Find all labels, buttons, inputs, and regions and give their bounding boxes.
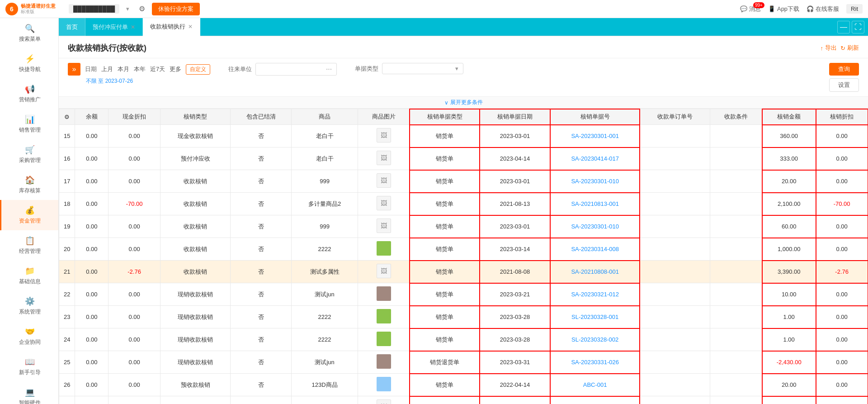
cell-cash-discount: -70.00 [108, 193, 160, 215]
tab-actions: — ⛶ [837, 21, 868, 33]
cell-writeoff-voucher-no[interactable]: SA-20230301-010 [550, 215, 640, 238]
industry-btn[interactable]: 休验行业方案 [152, 3, 200, 15]
cell-writeoff-voucher-no[interactable]: SA-20230314-008 [550, 238, 640, 261]
online-service-btn[interactable]: 🎧 在线客服 [807, 5, 839, 13]
cell-receipt-condition [710, 306, 762, 328]
voucher-no-link[interactable]: ABC-001 [583, 381, 607, 388]
cell-writeoff-voucher-no[interactable]: SA-20230321-012 [550, 283, 640, 306]
tab-writeoff[interactable]: 收款核销执行 ✕ [143, 18, 200, 36]
sidebar-label-11: 新手引导 [19, 369, 41, 376]
table-row: 15 0.00 0.00 现金收款核销 否 老白干 销货单 2023-03-01… [59, 125, 868, 147]
cell-writeoff-voucher-no[interactable]: ABC-001 [550, 374, 640, 396]
sidebar-item-1[interactable]: ⚡快捷导航 [0, 48, 58, 79]
cell-writeoff-discount: -70.00 [816, 193, 868, 215]
cell-writeoff-voucher-no[interactable]: SA-20210808-001 [550, 261, 640, 283]
refresh-btn[interactable]: ↻ 刷新 [840, 44, 859, 52]
cell-writeoff-voucher-no[interactable]: SA-20230301-010 [550, 170, 640, 193]
voucher-no-link[interactable]: SL-20230328-001 [571, 314, 618, 320]
cell-receipt-condition [710, 147, 762, 170]
date-custom-btn[interactable]: 自定义 [186, 64, 210, 75]
sidebar-item-11[interactable]: 📖新手引导 [0, 352, 58, 382]
date-prev-month[interactable]: 上月 [101, 65, 113, 73]
voucher-no-link[interactable]: SA-20210808-001 [571, 268, 619, 275]
cell-goods-image [358, 374, 410, 396]
col-goods: 商品 [292, 109, 358, 125]
cell-writeoff-type: 现销收款核销 [160, 351, 230, 374]
sidebar-item-7[interactable]: 📋经营管理 [0, 230, 58, 261]
cell-writeoff-voucher-no[interactable]: SL-20230328-001 [550, 306, 640, 328]
date-more[interactable]: 更多 [170, 65, 181, 73]
sidebar-item-5[interactable]: 🏠库存核算 [0, 170, 58, 200]
tab-maximize-btn[interactable]: ⛶ [852, 21, 864, 33]
sidebar-label-12: 智能硬件 [19, 399, 41, 404]
filter-settings-btn[interactable]: 设置 [829, 78, 859, 92]
cell-writeoff-voucher-type: 销货单 [410, 193, 480, 215]
logo-icon: 6 [5, 3, 18, 15]
company-dropdown-icon[interactable]: ▾ [123, 5, 132, 14]
cell-writeoff-voucher-no[interactable]: SL-20230328-002 [550, 328, 640, 351]
tab-writeoff-close[interactable]: ✕ [188, 24, 193, 30]
sidebar-item-10[interactable]: 🤝企业协同 [0, 321, 58, 352]
export-btn[interactable]: ↑ 导出 [821, 44, 837, 52]
sidebar-label-10: 企业协同 [19, 338, 41, 346]
tab-prepay[interactable]: 预付冲应付单 ✕ [85, 18, 143, 36]
sidebar-item-6[interactable]: 💰资金管理 [0, 200, 58, 230]
cell-no: 15 [59, 125, 75, 147]
sidebar-item-2[interactable]: 📢营销推广 [0, 79, 58, 109]
voucher-no-link[interactable]: SA-20230414-017 [571, 155, 619, 162]
company-name[interactable]: ██████████ [69, 4, 119, 14]
sidebar-item-8[interactable]: 📁基础信息 [0, 261, 58, 291]
tab-minimize-btn[interactable]: — [837, 21, 850, 33]
voucher-no-link[interactable]: SA-20230301-001 [571, 133, 619, 139]
voucher-no-link[interactable]: SA-20230314-008 [571, 246, 619, 252]
sidebar-item-3[interactable]: 📊销售管理 [0, 109, 58, 139]
voucher-no-link[interactable]: SA-20230321-012 [571, 291, 619, 298]
expand-btn[interactable]: ∨ 展开更多条件 [444, 99, 483, 106]
table-row: 24 0.00 0.00 现销收款核销 否 2222 销货单 2023-03-2… [59, 328, 868, 351]
cell-writeoff-voucher-date: 2021-08-13 [480, 193, 550, 215]
sidebar-item-0[interactable]: 🔍搜索菜单 [0, 18, 58, 48]
date-7days[interactable]: 近7天 [150, 65, 165, 73]
cell-writeoff-voucher-no[interactable]: SA-20210813-001 [550, 193, 640, 215]
cell-goods: 测试jun [292, 283, 358, 306]
sidebar-item-4[interactable]: 🛒采购管理 [0, 139, 58, 170]
goods-image [377, 332, 391, 346]
voucher-no-link[interactable]: SL-20230328-002 [571, 336, 618, 343]
voucher-no-link[interactable]: SA-20210813-001 [571, 200, 619, 207]
goods-image [377, 354, 391, 369]
cell-balance: 0.00 [75, 283, 108, 306]
cell-writeoff-voucher-no[interactable]: SA-20230301-001 [550, 125, 640, 147]
col-settings[interactable]: ⚙ [59, 109, 75, 125]
voucher-no-link[interactable]: SA-20230301-010 [571, 223, 619, 230]
sidebar-item-12[interactable]: 💻智能硬件 [0, 382, 58, 404]
cell-writeoff-amount: 1,000.00 [762, 238, 816, 261]
voucher-type-select[interactable]: ▾ [382, 63, 463, 74]
user-name[interactable]: Rit [846, 4, 863, 14]
partner-input[interactable]: ··· [255, 63, 337, 76]
cell-writeoff-voucher-no[interactable]: SL-20230408-001 [550, 396, 640, 404]
sidebar: 🔍搜索菜单⚡快捷导航📢营销推广📊销售管理🛒采购管理🏠库存核算💰资金管理📋经营管理… [0, 18, 59, 404]
cell-cash-discount: 0.00 [108, 396, 160, 404]
cell-writeoff-voucher-date: 2023-03-14 [480, 238, 550, 261]
expand-label: 展开更多条件 [450, 99, 483, 106]
settings-icon[interactable]: ⚙ [136, 3, 148, 15]
app-download-btn[interactable]: 📱 App下载 [768, 5, 799, 13]
cell-include-settled: 否 [231, 283, 292, 306]
voucher-no-link[interactable]: SA-20230301-010 [571, 178, 619, 185]
cell-goods-image [358, 351, 410, 374]
sidebar-item-9[interactable]: ⚙️系统管理 [0, 291, 58, 321]
messages-btn[interactable]: 💬 消息 99+ [740, 5, 761, 13]
cell-receipt-order-no [640, 261, 710, 283]
query-btn[interactable]: 查询 [829, 63, 859, 76]
sidebar-icon-0: 🔍 [25, 24, 35, 33]
cell-receipt-order-no [640, 306, 710, 328]
date-this-month[interactable]: 本月 [118, 65, 129, 73]
cell-writeoff-voucher-no[interactable]: SA-20230331-026 [550, 351, 640, 374]
voucher-no-link[interactable]: SA-20230331-026 [571, 359, 619, 366]
tab-prepay-close[interactable]: ✕ [131, 24, 135, 30]
tab-home[interactable]: 首页 [59, 18, 85, 36]
date-this-year[interactable]: 本年 [134, 65, 146, 73]
filter-toggle-btn[interactable]: » [68, 63, 80, 76]
goods-image [377, 196, 391, 210]
cell-writeoff-voucher-no[interactable]: SA-20230414-017 [550, 147, 640, 170]
